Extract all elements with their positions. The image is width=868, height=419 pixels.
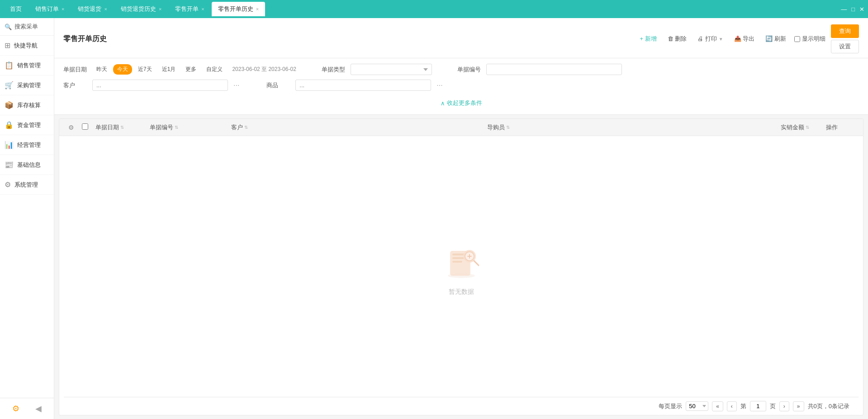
display-detail-checkbox[interactable] [794, 36, 800, 42]
tab-home[interactable]: 首页 [4, 2, 28, 16]
page-prefix: 第 [740, 402, 746, 410]
refresh-button[interactable]: 🔄 刷新 [763, 33, 789, 45]
next-page-btn[interactable]: › [779, 401, 789, 411]
date-btn-7days[interactable]: 近7天 [134, 64, 156, 75]
per-page-label: 每页显示 [659, 402, 682, 410]
col-guide[interactable]: 导购员 ⇅ [484, 123, 529, 132]
collapse-icon: ∧ [441, 100, 445, 107]
product-label: 商品 [266, 81, 292, 89]
tab-sales-return[interactable]: 销货退货 × [71, 2, 113, 16]
sidebar-item-finance[interactable]: 🔒 资金管理 [0, 115, 54, 135]
basic-info-icon: 📰 [5, 160, 14, 169]
print-button[interactable]: 🖨 打印 ▼ [695, 33, 726, 45]
sort-amount-icon: ⇅ [806, 125, 809, 130]
sort-guide-icon: ⇅ [506, 125, 510, 130]
col-amount[interactable]: 实销金额 ⇅ [777, 123, 822, 132]
svg-rect-4 [452, 261, 462, 263]
date-buttons: 昨天 今天 近7天 近1月 更多 自定义 [92, 64, 227, 75]
collapse-btn[interactable]: ∧ 收起更多条件 [441, 97, 482, 109]
date-btn-more[interactable]: 更多 [181, 64, 200, 75]
tab-close-retail-open-history[interactable]: × [256, 6, 259, 12]
customer-filter: 客户 ··· [63, 80, 241, 91]
pagination: 每页显示 50 10 20 100 « ‹ 第 页 › » 共0页，0条记录 [64, 397, 859, 415]
empty-illustration [439, 237, 484, 282]
col-action: 操作 [822, 123, 859, 132]
select-all-checkbox-cell[interactable] [78, 123, 92, 131]
first-page-btn[interactable]: « [712, 401, 723, 411]
sidebar-item-quick-nav[interactable]: ⊞ 快捷导航 [0, 36, 54, 56]
sidebar-item-purchase-mgmt[interactable]: 🛒 采购管理 [0, 75, 54, 95]
sidebar-bottom: ⚙ ◀ [0, 398, 54, 419]
customer-ellipsis-btn[interactable]: ··· [232, 81, 241, 89]
sort-num-icon: ⇅ [175, 125, 178, 130]
date-range: 2023-06-02 至 2023-06-02 [232, 66, 296, 73]
col-customer[interactable]: 客户 ⇅ [228, 123, 484, 132]
filter-row-1: 单据日期 昨天 今天 近7天 近1月 更多 自定义 2023-06-02 至 2… [63, 64, 859, 75]
export-button[interactable]: 📤 导出 [731, 33, 758, 45]
table-settings-btn[interactable]: ⚙ [64, 124, 78, 131]
minimize-btn[interactable]: — [841, 6, 847, 13]
tab-sales-return-history[interactable]: 销货退货历史 × [114, 2, 168, 16]
sidebar-search[interactable]: 🔍 搜索采单 [0, 18, 54, 36]
tab-sales-order[interactable]: 销售订单 × [29, 2, 71, 16]
close-btn[interactable]: ✕ [859, 6, 864, 13]
page-suffix: 页 [770, 402, 776, 410]
sidebar-collapse-icon[interactable]: ◀ [35, 404, 42, 414]
tab-close-sales-return-history[interactable]: × [159, 6, 161, 12]
page-input[interactable] [750, 401, 766, 411]
filter-more-row: ∧ 收起更多条件 [63, 95, 859, 109]
purchase-mgmt-icon: 🛒 [5, 81, 14, 89]
tab-retail-open[interactable]: 零售开单 × [169, 2, 210, 16]
filter-row-2: 客户 ··· 商品 ··· [63, 80, 859, 91]
inventory-icon: 📦 [5, 101, 14, 109]
sidebar-item-basic-info[interactable]: 📰 基础信息 [0, 155, 54, 175]
delete-button[interactable]: 🗑 删除 [665, 33, 690, 45]
col-num[interactable]: 单据编号 ⇅ [146, 123, 228, 132]
sidebar-item-sales-mgmt[interactable]: 📋 销售管理 [0, 56, 54, 75]
date-btn-yesterday[interactable]: 昨天 [92, 64, 111, 75]
date-btn-custom[interactable]: 自定义 [202, 64, 227, 75]
last-page-btn[interactable]: » [793, 401, 804, 411]
add-button[interactable]: + 新增 [637, 33, 659, 45]
finance-icon: 🔒 [5, 121, 14, 129]
doc-num-input[interactable] [486, 64, 622, 75]
date-btn-1month[interactable]: 近1月 [158, 64, 180, 75]
sidebar: 🔍 搜索采单 ⊞ 快捷导航 📋 销售管理 🛒 采购管理 📦 库存核算 🔒 资金管… [0, 18, 54, 419]
date-btn-today[interactable]: 今天 [113, 64, 132, 75]
quick-nav-icon: ⊞ [5, 41, 10, 50]
sys-mgmt-icon: ⚙ [5, 180, 11, 189]
restore-btn[interactable]: □ [851, 6, 855, 13]
total-label: 共0页，0条记录 [808, 402, 849, 410]
settings-button[interactable]: 设置 [831, 40, 859, 53]
customer-label: 客户 [63, 81, 89, 89]
page-title: 零售开单历史 [63, 34, 107, 44]
tab-close-sales-return[interactable]: × [104, 6, 107, 12]
customer-input[interactable] [92, 80, 228, 91]
sidebar-settings-icon[interactable]: ⚙ [12, 404, 19, 414]
doc-type-select[interactable] [351, 64, 432, 75]
tab-close-retail-open[interactable]: × [201, 6, 204, 12]
sidebar-item-sys-mgmt[interactable]: ⚙ 系统管理 [0, 175, 54, 195]
content-area: 零售开单历史 + 新增 🗑 删除 🖨 打印 ▼ 📤 导出 🔄 刷新 [54, 18, 868, 419]
product-input[interactable] [295, 80, 431, 91]
sort-customer-icon: ⇅ [244, 125, 248, 130]
top-tabbar: 首页 销售订单 × 销货退货 × 销货退货历史 × 零售开单 × 零售开单历史 … [0, 0, 868, 18]
date-label: 单据日期 [63, 66, 89, 74]
prev-page-btn[interactable]: ‹ [727, 401, 737, 411]
product-ellipsis-btn[interactable]: ··· [435, 81, 444, 89]
sidebar-item-operation[interactable]: 📊 经营管理 [0, 135, 54, 155]
svg-line-7 [474, 261, 479, 265]
product-filter: 商品 ··· [266, 80, 444, 91]
tab-retail-open-history[interactable]: 零售开单历史 × [212, 2, 265, 16]
display-detail-toggle[interactable]: 显示明细 [794, 35, 825, 43]
sidebar-item-inventory[interactable]: 📦 库存核算 [0, 95, 54, 115]
sales-mgmt-icon: 📋 [5, 61, 14, 70]
tab-close-sales-order[interactable]: × [62, 6, 64, 12]
select-all-checkbox[interactable] [82, 123, 88, 130]
date-filter: 单据日期 昨天 今天 近7天 近1月 更多 自定义 2023-06-02 至 2… [63, 64, 296, 75]
per-page-select[interactable]: 50 10 20 100 [686, 401, 708, 411]
svg-rect-3 [452, 257, 465, 259]
operation-icon: 📊 [5, 141, 14, 149]
col-date[interactable]: 单据日期 ⇅ [92, 123, 146, 132]
query-button[interactable]: 查询 [831, 24, 859, 38]
